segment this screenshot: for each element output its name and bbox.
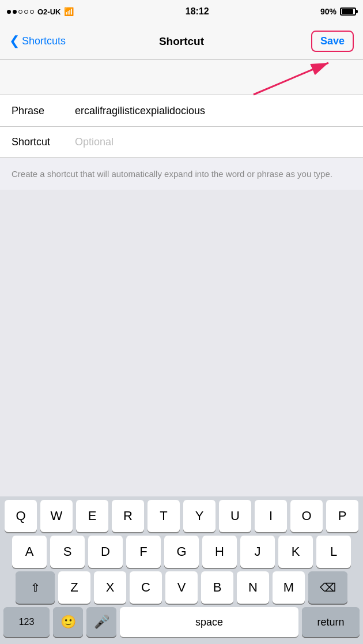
battery-fill: [342, 9, 353, 14]
keyboard: Q W E R T Y U I O P A S D F G H J K L ⇧ …: [0, 496, 363, 644]
signal-dot-3: [18, 10, 22, 14]
description-section: Create a shortcut that will automaticall…: [0, 158, 363, 190]
shift-icon: ⇧: [31, 581, 40, 594]
key-e[interactable]: E: [76, 500, 108, 532]
keyboard-row-2: A S D F G H J K L: [0, 532, 363, 568]
key-i[interactable]: I: [255, 500, 287, 532]
return-key-label: return: [317, 616, 344, 628]
phrase-value: ercalifragilisticexpialidocious: [75, 105, 351, 117]
arrow-annotation: [0, 60, 363, 95]
status-bar: O2-UK 📶 18:12 90%: [0, 0, 363, 23]
key-s[interactable]: S: [50, 536, 85, 568]
key-k[interactable]: K: [278, 536, 313, 568]
key-r[interactable]: R: [112, 500, 144, 532]
arrow-svg: [236, 54, 351, 100]
wifi-icon: 📶: [64, 7, 74, 16]
back-chevron-icon: ❮: [9, 33, 20, 48]
space-key[interactable]: space: [120, 607, 298, 637]
key-t[interactable]: T: [148, 500, 180, 532]
signal-dot-2: [13, 10, 17, 14]
carrier-label: O2-UK: [37, 7, 60, 16]
signal-dot-5: [30, 10, 34, 14]
phrase-label: Phrase: [12, 105, 75, 117]
key-p[interactable]: P: [326, 500, 358, 532]
numbers-key-label: 123: [19, 617, 35, 627]
key-f[interactable]: F: [126, 536, 161, 568]
key-q[interactable]: Q: [5, 500, 37, 532]
backspace-icon: ⌫: [320, 581, 336, 594]
emoji-icon: 🙂: [60, 615, 76, 630]
form-section: Phrase ercalifragilisticexpialidocious S…: [0, 95, 363, 158]
shortcut-label: Shortcut: [12, 136, 75, 148]
shift-key[interactable]: ⇧: [16, 571, 55, 604]
backspace-key[interactable]: ⌫: [308, 571, 347, 604]
status-left: O2-UK 📶: [7, 7, 74, 16]
battery-icon: [340, 7, 356, 16]
microphone-icon: 🎤: [94, 615, 109, 630]
status-right: 90%: [320, 7, 356, 16]
keyboard-row-1: Q W E R T Y U I O P: [0, 496, 363, 532]
space-key-label: space: [195, 616, 223, 628]
signal-dots: [7, 10, 34, 14]
svg-line-1: [254, 63, 328, 95]
key-h[interactable]: H: [202, 536, 237, 568]
shortcut-input-placeholder: Optional: [75, 136, 351, 148]
key-a[interactable]: A: [12, 536, 47, 568]
keyboard-bottom-row: 123 🙂 🎤 space return: [0, 604, 363, 644]
keyboard-row-3: ⇧ Z X C V B N M ⌫: [0, 568, 363, 604]
key-b[interactable]: B: [201, 571, 233, 604]
key-l[interactable]: L: [316, 536, 351, 568]
key-d[interactable]: D: [88, 536, 123, 568]
key-n[interactable]: N: [237, 571, 269, 604]
battery-percent: 90%: [320, 7, 336, 16]
key-z[interactable]: Z: [58, 571, 90, 604]
signal-dot-4: [24, 10, 28, 14]
back-button[interactable]: ❮ Shortcuts: [9, 35, 66, 48]
key-j[interactable]: J: [240, 536, 275, 568]
key-g[interactable]: G: [164, 536, 199, 568]
signal-dot-1: [7, 10, 11, 14]
content-area: Phrase ercalifragilisticexpialidocious S…: [0, 95, 363, 190]
key-c[interactable]: C: [130, 571, 162, 604]
key-x[interactable]: X: [94, 571, 126, 604]
key-w[interactable]: W: [40, 500, 73, 532]
key-m[interactable]: M: [273, 571, 305, 604]
shortcut-row[interactable]: Shortcut Optional: [0, 126, 363, 157]
back-label: Shortcuts: [22, 35, 66, 47]
return-key[interactable]: return: [302, 607, 360, 637]
save-button[interactable]: Save: [311, 31, 354, 52]
key-u[interactable]: U: [219, 500, 251, 532]
status-time: 18:12: [186, 6, 209, 17]
key-o[interactable]: O: [290, 500, 323, 532]
key-y[interactable]: Y: [183, 500, 215, 532]
microphone-key[interactable]: 🎤: [86, 607, 116, 637]
emoji-key[interactable]: 🙂: [53, 607, 83, 637]
key-v[interactable]: V: [165, 571, 198, 604]
description-text: Create a shortcut that will automaticall…: [12, 167, 351, 180]
numbers-key[interactable]: 123: [3, 607, 50, 637]
nav-title: Shortcut: [159, 35, 204, 48]
